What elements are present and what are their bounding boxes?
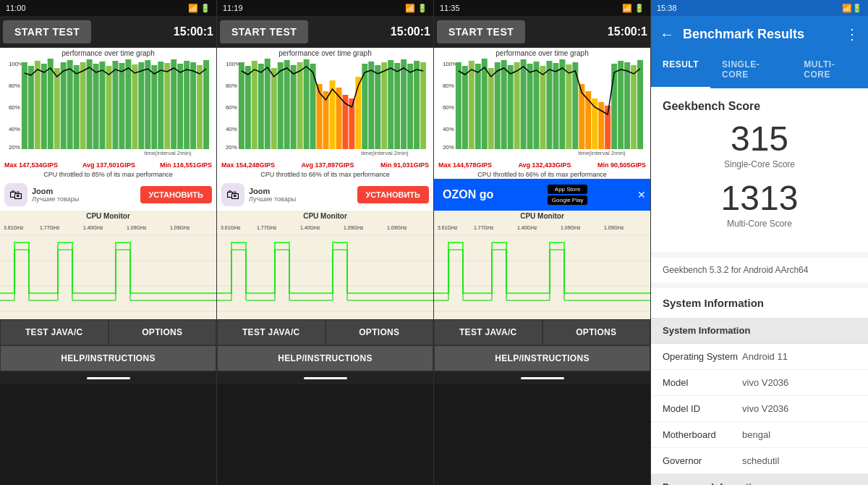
tab-single-core[interactable]: SINGLE-CORE — [710, 52, 792, 88]
ad-title-2: Joom — [249, 187, 353, 195]
svg-text:1.40GHz: 1.40GHz — [83, 225, 103, 230]
cpu-monitor-3: CPU Monitor 3.61GHz 1.77GHz 1.40GHz 1.09… — [434, 211, 650, 319]
svg-rect-28 — [171, 59, 176, 149]
info-label-model-id: Model ID — [663, 403, 742, 414]
svg-rect-111 — [495, 62, 501, 149]
svg-rect-55 — [239, 62, 244, 149]
svg-rect-29 — [177, 64, 183, 149]
tab-multi-core[interactable]: MULTI-CORE — [792, 52, 868, 88]
info-label-model: Model — [663, 377, 742, 388]
geekbench-score-title: Geekbench Score — [663, 100, 856, 113]
single-core-score-label: Single-Core Score — [663, 159, 856, 169]
perf-min-1: Min 116,551GIPS — [160, 161, 212, 169]
svg-rect-80 — [401, 59, 407, 149]
info-value-os: Android 11 — [742, 351, 856, 362]
svg-rect-106 — [462, 66, 468, 149]
battery-icon-3: 🔋 — [634, 4, 644, 13]
nav-indicator-3 — [521, 377, 564, 379]
svg-text:100%: 100% — [9, 61, 23, 67]
start-test-button-1[interactable]: START TEST — [3, 20, 91, 43]
perf-throttle-1: CPU throttled to 85% of its max performa… — [0, 170, 216, 179]
back-button[interactable]: ← — [660, 26, 674, 43]
tab-result[interactable]: RESULT — [651, 52, 710, 88]
svg-rect-132 — [631, 65, 637, 149]
test-java-button-3[interactable]: TEST JAVA/C — [434, 319, 542, 345]
svg-text:80%: 80% — [9, 83, 20, 89]
svg-rect-63 — [291, 65, 297, 149]
svg-rect-81 — [407, 64, 413, 149]
ad-close-button[interactable]: ✕ — [637, 189, 646, 201]
start-test-button-2[interactable]: START TEST — [220, 20, 308, 43]
more-options-button[interactable]: ⋮ — [845, 25, 859, 43]
options-button-1[interactable]: OPTIONS — [109, 319, 217, 345]
svg-text:time(interval 2min): time(interval 2min) — [144, 150, 192, 156]
performance-graph-2: performance over time graph 100% 80% 60%… — [217, 48, 433, 160]
options-button-2[interactable]: OPTIONS — [326, 319, 434, 345]
wifi-icon-2: 📶 — [405, 4, 415, 13]
svg-text:1.77GHz: 1.77GHz — [257, 225, 277, 230]
start-test-button-3[interactable]: START TEST — [437, 20, 525, 43]
svg-text:3.61GHz: 3.61GHz — [221, 225, 241, 230]
benchmark-status-bar: 15:38 📶🔋 — [651, 0, 868, 16]
ozon-logo: OZON go — [438, 187, 498, 203]
performance-graph-1: performance over time graph 100% 80% 60%… — [0, 48, 216, 160]
svg-rect-27 — [164, 63, 170, 149]
benchmark-title: Benchmark Results — [683, 27, 836, 42]
svg-rect-115 — [521, 59, 527, 149]
svg-rect-60 — [271, 68, 277, 149]
svg-rect-107 — [469, 61, 475, 149]
nav-indicator-1 — [87, 377, 130, 379]
svg-rect-82 — [414, 61, 420, 149]
svg-text:40%: 40% — [9, 126, 20, 132]
test-java-button-2[interactable]: TEST JAVA/C — [217, 319, 326, 345]
svg-rect-129 — [611, 64, 617, 149]
ad-install-button-1[interactable]: УСТАНОВИТЬ — [140, 186, 212, 203]
svg-rect-5 — [22, 62, 27, 149]
ad-icon-1: 🛍 — [4, 183, 27, 206]
nav-bar-2 — [217, 371, 433, 384]
test-java-button-1[interactable]: TEST JAVA/C — [0, 319, 109, 345]
svg-rect-79 — [394, 63, 400, 149]
perf-avg-1: Avg 137,501GIPS — [82, 161, 135, 169]
perf-min-3: Min 90,505GIPS — [597, 161, 646, 169]
ad-install-button-2[interactable]: УСТАНОВИТЬ — [357, 186, 429, 203]
svg-rect-30 — [184, 61, 190, 149]
svg-rect-65 — [304, 59, 310, 149]
bottom-buttons-3: TEST JAVA/C OPTIONS HELP/INSTRUCTIONS — [434, 319, 650, 371]
options-button-3[interactable]: OPTIONS — [542, 319, 651, 345]
info-value-motherboard: bengal — [742, 429, 856, 440]
help-button-2[interactable]: HELP/INSTRUCTIONS — [217, 345, 433, 371]
svg-rect-21 — [125, 59, 131, 149]
svg-text:1.40GHz: 1.40GHz — [300, 225, 320, 230]
svg-text:60%: 60% — [9, 104, 20, 111]
info-row-model-id: Model ID vivo V2036 — [651, 396, 868, 422]
benchmark-header: ← Benchmark Results ⋮ — [651, 16, 868, 52]
perf-min-2: Min 91,031GIPS — [380, 161, 429, 169]
svg-rect-20 — [119, 63, 124, 149]
svg-text:40%: 40% — [226, 126, 237, 132]
ad-text-1: Joom Лучшие товары — [32, 187, 136, 203]
svg-text:1.09GHz: 1.09GHz — [604, 225, 624, 230]
help-button-1[interactable]: HELP/INSTRUCTIONS — [0, 345, 216, 371]
svg-text:1.09GHz: 1.09GHz — [344, 225, 364, 230]
svg-rect-23 — [138, 62, 144, 149]
svg-rect-31 — [190, 62, 196, 149]
phone-panel-2: 11:19 📶 🔋 START TEST 15:00:1 performance… — [217, 0, 434, 485]
svg-rect-109 — [482, 59, 488, 149]
svg-text:20%: 20% — [226, 144, 237, 151]
help-button-3[interactable]: HELP/INSTRUCTIONS — [434, 345, 650, 371]
system-info-header: System Information — [651, 318, 868, 344]
cpu-monitor-label-2: CPU Monitor — [303, 212, 347, 220]
bottom-buttons-1: TEST JAVA/C OPTIONS HELP/INSTRUCTIONS — [0, 319, 216, 371]
perf-max-3: Max 144,578GIPS — [438, 161, 492, 169]
info-label-os: Operating System — [663, 351, 742, 362]
svg-rect-66 — [310, 64, 316, 149]
svg-rect-16 — [93, 64, 99, 149]
status-bar-2: 11:19 📶 🔋 — [217, 0, 433, 16]
svg-rect-57 — [252, 61, 258, 149]
ad-icon-2: 🛍 — [221, 183, 244, 206]
svg-rect-10 — [54, 68, 60, 149]
cpu-monitor-label-1: CPU Monitor — [86, 212, 130, 220]
benchmark-content: Geekbench Score 315 Single-Core Score 13… — [651, 88, 868, 485]
svg-rect-56 — [245, 66, 251, 149]
